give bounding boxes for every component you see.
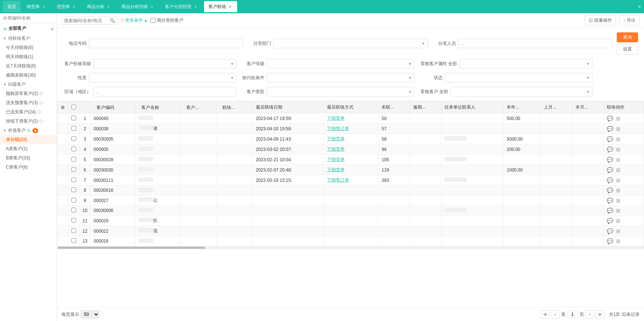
type-col-header[interactable]: : 客户... <box>180 102 217 113</box>
grid-icon[interactable]: ⊞ <box>616 238 620 244</box>
row-checkbox[interactable] <box>71 126 76 131</box>
close-customer-contact-icon[interactable]: × <box>228 4 233 9</box>
chat-icon[interactable]: 💬 <box>607 177 613 183</box>
row-checkbox-cell[interactable] <box>68 206 80 216</box>
row-last-contact-method[interactable] <box>324 216 379 226</box>
grid-icon[interactable]: ⊞ <box>616 126 620 132</box>
grid-icon[interactable]: ⊞ <box>616 208 620 214</box>
sidebar-item-declining[interactable]: 持续下滑客户(2) ⓘ <box>0 117 57 126</box>
next-page-button[interactable]: › <box>585 310 594 319</box>
scroll-thumb[interactable] <box>58 247 205 249</box>
refresh-icon[interactable]: ↻ <box>27 128 31 133</box>
main-search-icon[interactable]: 🔍 <box>110 18 115 23</box>
close-purchase-icon[interactable]: × <box>71 4 77 9</box>
row-last-contact-method[interactable] <box>324 206 379 216</box>
chat-icon[interactable]: 💬 <box>607 208 613 214</box>
grid-icon[interactable]: ⊞ <box>616 167 620 173</box>
close-goods-list-icon[interactable]: × <box>149 4 155 9</box>
group-value-customers[interactable]: ▼ 价值客户 ↻ ● <box>0 126 57 135</box>
row-checkbox[interactable] <box>71 208 76 212</box>
tab-goods-analysis[interactable]: 商品分析 × <box>82 1 116 12</box>
no-contact-days-col-header[interactable]: 未联... <box>379 102 410 113</box>
close-customer-tier-icon[interactable]: × <box>193 4 198 9</box>
row-checkbox-cell[interactable] <box>68 124 80 134</box>
all-customers-section[interactable]: ⚏ 全部客户 « <box>0 23 57 34</box>
row-checkbox[interactable] <box>71 198 76 202</box>
first-page-button[interactable]: ⊲ <box>541 310 549 319</box>
row-checkbox[interactable] <box>71 157 76 162</box>
group-pending-contact[interactable]: ▼ 待联络客户 <box>0 34 57 43</box>
sidebar-item-ungroup[interactable]: 未分组(32) <box>0 135 57 144</box>
row-last-contact-method[interactable] <box>324 186 379 195</box>
sidebar-item-hoarding[interactable]: 囤购异常客户(2) ⓘ <box>0 89 57 98</box>
customer-level-select[interactable]: ▼ <box>267 59 414 68</box>
region-select[interactable]: ... <box>93 87 236 96</box>
close-all-button[interactable]: × <box>638 4 641 10</box>
row-checkbox-cell[interactable] <box>68 175 80 186</box>
retail-customer-select[interactable]: ▼ <box>450 87 592 96</box>
sidebar-item-7days[interactable]: 近7天待联络(0) <box>0 61 57 71</box>
customer-type-select[interactable]: ▼ <box>267 87 414 96</box>
last-contact-method-col-header[interactable]: 最后联络方式 <box>324 102 379 113</box>
export-button[interactable]: ↑ 导出 <box>619 15 640 25</box>
price-level-select[interactable]: ▼ <box>93 59 236 68</box>
row-checkbox-cell[interactable] <box>68 134 80 144</box>
sidebar-search-input[interactable] <box>3 15 57 21</box>
sidebar-item-b-class[interactable]: B类客户(33) <box>0 154 57 163</box>
row-checkbox[interactable] <box>71 116 76 120</box>
row-checkbox[interactable] <box>71 177 76 182</box>
row-checkbox-cell[interactable] <box>68 236 80 246</box>
overdue-col-header[interactable]: 逾期... <box>410 102 441 113</box>
chat-icon[interactable]: 💬 <box>607 238 613 244</box>
grid-icon[interactable]: ⊞ <box>616 218 620 224</box>
row-checkbox[interactable] <box>71 228 76 233</box>
row-last-contact-method[interactable]: 下销货单 <box>324 165 379 175</box>
chat-icon[interactable]: 💬 <box>607 136 613 142</box>
grid-icon[interactable]: ⊞ <box>616 198 620 204</box>
prev-page-button[interactable]: ‹ <box>551 310 560 319</box>
batch-ops-button[interactable]: ☑ 批量操作 <box>585 15 616 25</box>
row-checkbox[interactable] <box>71 238 76 243</box>
row-checkbox-cell[interactable] <box>68 144 80 155</box>
sidebar-item-churn-warning[interactable]: 流失预警客户(3) ⓘ <box>0 98 57 107</box>
retail-attr-select[interactable]: ▼ <box>459 59 592 68</box>
grid-icon[interactable]: ⊞ <box>616 177 620 183</box>
contact-col-header[interactable]: : 联络... <box>217 102 253 113</box>
close-goods-analysis-icon[interactable]: × <box>106 4 111 9</box>
last-page-button[interactable]: ⊳ <box>596 310 605 319</box>
row-checkbox[interactable] <box>71 167 76 172</box>
nature-select[interactable]: ▼ <box>89 73 236 82</box>
row-checkbox-cell[interactable] <box>68 186 80 195</box>
chat-icon[interactable]: 💬 <box>607 228 613 234</box>
grid-icon[interactable]: ⊞ <box>616 147 620 152</box>
tab-sales[interactable]: 销货单 × <box>22 1 51 12</box>
row-checkbox-cell[interactable] <box>68 195 80 206</box>
row-checkbox[interactable] <box>71 136 76 141</box>
chat-icon[interactable]: 💬 <box>607 218 613 224</box>
reset-button[interactable]: 设置 <box>617 44 638 54</box>
tab-purchase[interactable]: 进货单 × <box>52 1 81 12</box>
row-last-contact-method[interactable] <box>324 226 379 236</box>
chat-icon[interactable]: 💬 <box>607 116 613 121</box>
chat-icon[interactable]: 💬 <box>607 147 613 152</box>
tab-customer-contact[interactable]: 客户联络 × <box>204 1 237 12</box>
grid-icon[interactable]: ⊞ <box>616 116 620 121</box>
row-last-contact-method[interactable] <box>324 236 379 246</box>
select-all-checkbox[interactable] <box>71 105 76 109</box>
checkbox-col-header[interactable] <box>68 102 80 113</box>
row-last-contact-method[interactable]: 下销货单 <box>324 144 379 155</box>
this-year-col-header[interactable]: 本年... <box>504 102 541 113</box>
row-last-contact-method[interactable]: 下销货单 <box>324 134 379 144</box>
horizontal-scrollbar[interactable] <box>57 246 644 249</box>
phone-input[interactable] <box>89 39 243 48</box>
this-month-col-header[interactable]: 本月... <box>572 102 603 113</box>
last-contact-date-col-header[interactable]: 最后联络日期 <box>253 102 324 113</box>
dept-select[interactable]: ▼ <box>273 39 427 48</box>
query-button[interactable]: 查询 <box>617 32 638 42</box>
chat-icon[interactable]: 💬 <box>607 126 613 132</box>
row-checkbox-cell[interactable] <box>68 113 80 124</box>
row-last-contact-method[interactable]: 下销货单 <box>324 113 379 124</box>
chat-icon[interactable]: 💬 <box>607 167 613 173</box>
tab-goods-list[interactable]: 商品分析列表 × <box>117 1 159 12</box>
row-checkbox[interactable] <box>71 147 76 151</box>
